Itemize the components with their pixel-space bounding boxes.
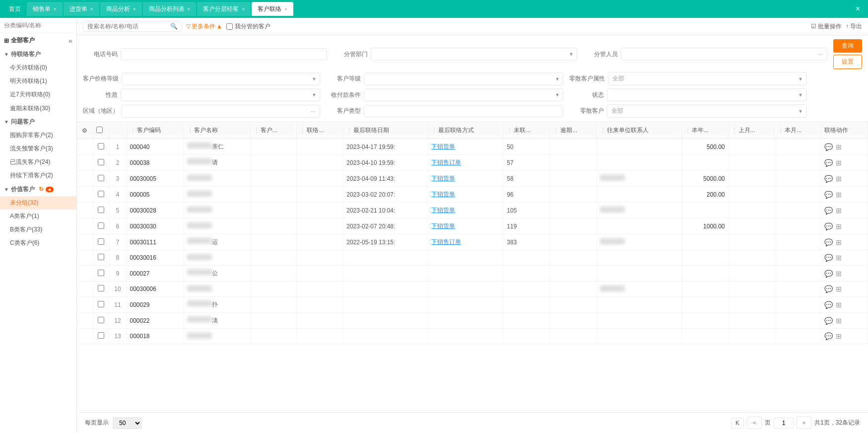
close-icon[interactable]: × (90, 6, 93, 12)
row-checkbox[interactable] (98, 270, 104, 276)
customer-name[interactable] (184, 329, 250, 344)
row-checkbox[interactable] (98, 175, 104, 181)
no-days-header[interactable]: ⋮未联... (504, 122, 550, 139)
this-month-header[interactable]: ⋮本月... (775, 122, 821, 139)
customer-name[interactable]: 亲仁 (184, 139, 250, 155)
sidebar-item-declining[interactable]: 持续下滑客户(2) (0, 169, 76, 182)
grid-action-icon[interactable]: ⊞ (836, 317, 842, 325)
grid-action-icon[interactable]: ⊞ (836, 285, 842, 293)
contact-icon[interactable]: 💬 (824, 270, 833, 278)
retail-customer-select[interactable]: 全部 ▾ (607, 104, 806, 118)
contact-icon[interactable]: 💬 (824, 175, 833, 183)
row-checkbox[interactable] (98, 254, 104, 260)
last-month-header[interactable]: ⋮上月... (728, 122, 775, 139)
last-method-link[interactable]: 下销货单 (431, 222, 455, 229)
last-contact-method[interactable]: 下销售订单 (428, 234, 504, 250)
export-btn[interactable]: ↑ 导出 (846, 22, 862, 31)
row-checkbox-cell[interactable] (93, 250, 109, 266)
grid-action-icon[interactable]: ⊞ (836, 222, 842, 230)
row-checkbox[interactable] (98, 159, 104, 165)
tab-customer-contact[interactable]: 客户联络 × (252, 2, 293, 16)
reset-button[interactable]: 设置 (833, 55, 862, 69)
row-checkbox-cell[interactable] (93, 139, 109, 155)
phone-input[interactable] (121, 48, 327, 60)
row-checkbox-cell[interactable] (93, 266, 109, 282)
dept-select[interactable]: ▾ (371, 48, 577, 61)
settings-col-header[interactable]: ⚙ (77, 122, 93, 139)
customer-name[interactable] (184, 282, 250, 297)
grid-action-icon[interactable]: ⊞ (836, 175, 842, 183)
last-method-link[interactable]: 下销售订单 (431, 238, 461, 245)
code-header[interactable]: ⋮客户编码 (127, 122, 184, 139)
close-icon[interactable]: × (242, 6, 245, 12)
contacts-header[interactable]: ⋮往来单位联系人 (597, 122, 681, 139)
row-checkbox-cell[interactable] (93, 203, 109, 218)
all-customers-header[interactable]: ⊞ 全部客户 « (0, 33, 76, 48)
last-method-link[interactable]: 下销货单 (431, 191, 455, 198)
close-icon[interactable]: × (284, 6, 287, 12)
sidebar-item-class-c[interactable]: C类客户(6) (0, 236, 76, 250)
tab-product-analysis[interactable]: 商品分析 × (100, 2, 142, 16)
customer-name[interactable]: 扑 (184, 297, 250, 313)
grid-action-icon[interactable]: ⊞ (836, 191, 842, 199)
manager-select[interactable]: ··· (621, 48, 827, 61)
customer-name[interactable]: 运 (184, 234, 250, 250)
last-date-header[interactable]: ⋮最后联络日期 (343, 122, 428, 139)
grid-action-icon[interactable]: ⊞ (836, 301, 842, 309)
last-contact-method[interactable]: 下销售订单 (428, 155, 504, 171)
first-page-btn[interactable]: K (731, 418, 744, 429)
last-contact-method[interactable]: 下销货单 (428, 139, 504, 155)
sidebar-item-class-b[interactable]: B类客户(33) (0, 223, 76, 236)
customer-name[interactable] (184, 171, 250, 187)
grid-action-icon[interactable]: ⊞ (836, 207, 842, 215)
contact-icon[interactable]: 💬 (824, 159, 833, 167)
sidebar-item-class-a[interactable]: A类客户(1) (0, 210, 76, 223)
sidebar-item-ungrouped[interactable]: 未分组(32) (0, 196, 76, 210)
tab-customer-segment[interactable]: 客户分层经客 × (197, 2, 251, 16)
last-contact-method[interactable]: 下销货单 (428, 171, 504, 187)
tab-home[interactable]: 首页 (4, 2, 26, 16)
row-checkbox-cell[interactable] (93, 218, 109, 234)
status-select[interactable]: ▾ (607, 88, 806, 101)
retail-attr-select[interactable]: 全部 ▾ (608, 72, 806, 85)
my-customers-checkbox-label[interactable]: 我分管的客户 (226, 22, 270, 31)
category-search-input[interactable] (4, 22, 77, 29)
close-all-tabs[interactable]: × (852, 4, 864, 13)
row-checkbox-cell[interactable] (93, 297, 109, 313)
collapse-icon[interactable]: « (68, 37, 72, 45)
row-checkbox[interactable] (98, 238, 104, 245)
tab-sales[interactable]: 销售单 × (27, 2, 63, 16)
sidebar-item-churned[interactable]: 已流失客户(24) (0, 155, 76, 169)
grid-action-icon[interactable]: ⊞ (836, 332, 842, 340)
contact-icon[interactable]: 💬 (824, 143, 833, 151)
last-method-link[interactable]: 下销货单 (431, 207, 455, 214)
last-method-header[interactable]: ⋮最后联络方式 (428, 122, 504, 139)
select-all-checkbox[interactable] (96, 127, 103, 133)
row-checkbox-cell[interactable] (93, 234, 109, 250)
customer-name[interactable]: 公 (184, 266, 250, 282)
year-amount-header[interactable]: ⋮本年... (681, 122, 728, 139)
grid-action-icon[interactable]: ⊞ (836, 254, 842, 262)
my-customers-checkbox[interactable] (226, 23, 233, 30)
row-checkbox-cell[interactable] (93, 155, 109, 171)
contact-icon[interactable]: 💬 (824, 254, 833, 262)
search-input[interactable] (87, 23, 168, 30)
tab-product-list[interactable]: 商品分析列表 × (143, 2, 197, 16)
nature-select[interactable]: ▾ (121, 88, 320, 101)
contact-icon[interactable]: 💬 (824, 332, 833, 340)
row-checkbox[interactable] (98, 332, 104, 339)
sidebar-item-overdue[interactable]: 逾期未联络(30) (0, 102, 76, 115)
grid-action-icon[interactable]: ⊞ (836, 159, 842, 167)
contact-icon[interactable]: 💬 (824, 207, 833, 215)
row-checkbox-cell[interactable] (93, 171, 109, 187)
customer-name[interactable] (184, 187, 250, 203)
last-contact-method[interactable]: 下销货单 (428, 187, 504, 203)
row-checkbox[interactable] (98, 222, 104, 229)
sidebar-item-abnormal[interactable]: 囤购异常客户(2) (0, 129, 76, 142)
contact-icon[interactable]: 💬 (824, 222, 833, 230)
payment-select[interactable]: ▾ (364, 88, 563, 101)
contact-header[interactable]: ⋮联络... (297, 122, 343, 139)
last-method-link[interactable]: 下销售订单 (431, 159, 461, 166)
customer-level-select[interactable]: ▾ (364, 72, 563, 85)
grid-action-icon[interactable]: ⊞ (836, 238, 842, 246)
